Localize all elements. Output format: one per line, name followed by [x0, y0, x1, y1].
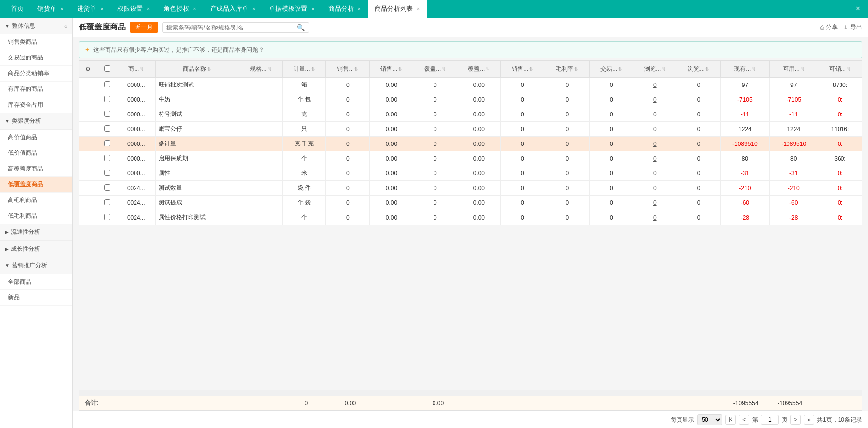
browse1-link[interactable]: 0: [653, 82, 657, 88]
row-check[interactable]: [104, 170, 110, 176]
sidebar-item-all-goods[interactable]: 全部商品: [0, 274, 72, 290]
row-browse1[interactable]: 0: [633, 78, 677, 92]
row-check[interactable]: [104, 96, 110, 102]
sidebar-item-high-coverage[interactable]: 高覆盖度商品: [0, 161, 72, 177]
row-checkbox[interactable]: [97, 78, 117, 92]
row-checkbox[interactable]: [97, 107, 117, 122]
row-checkbox[interactable]: [97, 166, 117, 181]
horizontal-scrollbar[interactable]: [79, 390, 862, 396]
sidebar-item-traded-goods[interactable]: 交易过的商品: [0, 50, 72, 66]
sidebar-item-low-margin[interactable]: 低毛利商品: [0, 208, 72, 224]
close-icon[interactable]: ×: [358, 0, 361, 18]
page-size-select[interactable]: 50 100 200: [697, 414, 722, 425]
last-page-button[interactable]: »: [804, 415, 814, 425]
row-browse1[interactable]: 0: [633, 137, 677, 151]
col-stock-cur[interactable]: 现有...⇅: [721, 61, 769, 78]
sidebar-item-low-coverage[interactable]: 低覆盖度商品: [0, 177, 72, 193]
sidebar-item-sales-goods[interactable]: 销售类商品: [0, 34, 72, 50]
row-check[interactable]: [104, 81, 110, 87]
sidebar-section-overall[interactable]: ▼ 整体信息 «: [0, 18, 72, 34]
close-icon[interactable]: ×: [193, 0, 196, 18]
col-sales3[interactable]: 销售...⇅: [501, 61, 544, 78]
row-settings[interactable]: [79, 151, 97, 166]
row-browse1[interactable]: 0: [633, 151, 677, 166]
sidebar-item-in-stock[interactable]: 有库存的商品: [0, 82, 72, 97]
sidebar-item-high-value[interactable]: 高价值商品: [0, 130, 72, 145]
browse1-link[interactable]: 0: [653, 200, 657, 206]
page-input[interactable]: [761, 415, 779, 425]
row-check[interactable]: [104, 111, 110, 117]
sidebar-item-high-margin[interactable]: 高毛利商品: [0, 193, 72, 208]
col-unit[interactable]: 计量...⇅: [282, 61, 326, 78]
row-check[interactable]: [104, 214, 110, 220]
sidebar-item-new-goods[interactable]: 新品: [0, 290, 72, 306]
row-checkbox[interactable]: [97, 137, 117, 151]
col-spec[interactable]: 规格...⇅: [239, 61, 282, 78]
browse1-link[interactable]: 0: [653, 170, 657, 177]
row-check[interactable]: [104, 199, 110, 205]
row-browse1[interactable]: 0: [633, 181, 677, 196]
nav-tab-permissions[interactable]: 权限设置 ×: [110, 0, 157, 18]
nav-tab-analysis-list[interactable]: 商品分析列表 ×: [368, 0, 427, 18]
next-page-button[interactable]: >: [790, 415, 801, 425]
row-settings[interactable]: [79, 210, 97, 225]
row-browse1[interactable]: 0: [633, 166, 677, 181]
col-gross[interactable]: 毛利率⇅: [544, 61, 590, 78]
close-icon[interactable]: ×: [147, 0, 150, 18]
nav-tab-template[interactable]: 单据模板设置 ×: [262, 0, 321, 18]
row-settings[interactable]: [79, 78, 97, 92]
row-checkbox[interactable]: [97, 122, 117, 137]
prev-page-button[interactable]: <: [739, 415, 749, 425]
nav-tab-analysis[interactable]: 商品分析 ×: [322, 0, 368, 18]
close-icon[interactable]: ×: [60, 0, 63, 18]
row-settings[interactable]: [79, 107, 97, 122]
col-sales-amt[interactable]: 销售...⇅: [370, 61, 413, 78]
browse1-link[interactable]: 0: [653, 141, 657, 147]
nav-tab-roles[interactable]: 角色授权 ×: [157, 0, 203, 18]
sidebar-section-growth[interactable]: ▶ 成长性分析: [0, 241, 72, 257]
collapse-icon[interactable]: «: [64, 23, 67, 29]
close-icon[interactable]: ×: [252, 0, 255, 18]
col-stock-sale[interactable]: 可销...⇅: [818, 61, 862, 78]
col-sales-qty[interactable]: 销售...⇅: [326, 61, 370, 78]
time-filter-month[interactable]: 近一月: [130, 22, 158, 33]
col-browse2[interactable]: 浏览...⇅: [677, 61, 721, 78]
close-icon[interactable]: ×: [417, 0, 420, 18]
nav-tab-home[interactable]: 首页: [4, 0, 30, 18]
sidebar-item-category-rate[interactable]: 商品分类动销率: [0, 66, 72, 82]
row-check[interactable]: [104, 140, 110, 146]
sidebar-item-low-value[interactable]: 低价值商品: [0, 145, 72, 161]
col-name[interactable]: 商品名称⇅: [155, 61, 239, 78]
close-icon[interactable]: ×: [311, 0, 314, 18]
row-checkbox[interactable]: [97, 151, 117, 166]
first-page-button[interactable]: K: [725, 415, 736, 425]
search-input[interactable]: [166, 24, 297, 31]
browse1-link[interactable]: 0: [653, 111, 657, 118]
row-settings[interactable]: [79, 137, 97, 151]
browse1-link[interactable]: 0: [653, 185, 657, 192]
browse1-link[interactable]: 0: [653, 126, 657, 133]
col-stock-avail[interactable]: 可用...⇅: [769, 61, 818, 78]
row-check[interactable]: [104, 184, 110, 191]
row-settings[interactable]: [79, 196, 97, 210]
col-settings[interactable]: ⚙: [79, 61, 97, 78]
col-trade[interactable]: 交易...⇅: [590, 61, 633, 78]
row-settings[interactable]: [79, 166, 97, 181]
select-all-checkbox[interactable]: [104, 65, 110, 72]
row-settings[interactable]: [79, 92, 97, 107]
nav-tab-sales[interactable]: 销货单 ×: [30, 0, 70, 18]
row-checkbox[interactable]: [97, 92, 117, 107]
col-browse1[interactable]: 浏览...⇅: [633, 61, 677, 78]
browse1-link[interactable]: 0: [653, 155, 657, 162]
sidebar-section-marketing[interactable]: ▼ 营销推广分析: [0, 257, 72, 274]
sidebar-section-cluster[interactable]: ▼ 类聚度分析: [0, 113, 72, 130]
row-browse1[interactable]: 0: [633, 210, 677, 225]
nav-tab-product-in[interactable]: 产成品入库单 ×: [203, 0, 262, 18]
export-button[interactable]: ⤓ 导出: [843, 23, 862, 31]
col-cover2[interactable]: 覆盖...⇅: [457, 61, 501, 78]
browse1-link[interactable]: 0: [653, 214, 657, 221]
row-settings[interactable]: [79, 122, 97, 137]
nav-tab-purchase[interactable]: 进货单 ×: [70, 0, 110, 18]
sidebar-item-stock-capital[interactable]: 库存资金占用: [0, 97, 72, 113]
close-icon[interactable]: ×: [100, 0, 103, 18]
